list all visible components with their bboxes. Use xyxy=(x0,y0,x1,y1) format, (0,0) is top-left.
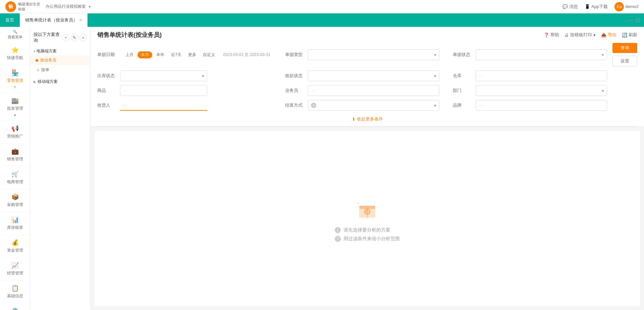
sidebar-item-system[interactable]: ⚙️ 系统管理 xyxy=(0,303,30,310)
sidebar-item-inventory[interactable]: 📊 库存核算 xyxy=(0,212,30,235)
consignee-field: 收货人 ··· xyxy=(97,100,272,111)
receipt-status-field: 收款状态 xyxy=(285,70,439,81)
settings-button[interactable]: 设置 xyxy=(612,56,637,66)
settlement-select[interactable]: × xyxy=(308,100,439,111)
doc-type-dropdown-icon xyxy=(434,52,436,57)
sidebar-item-operations[interactable]: 📈 经营管理 xyxy=(0,258,30,280)
collapse-conditions-button[interactable]: ⬆ 收起更多条件 xyxy=(352,116,383,122)
scheme-group-mobile-header[interactable]: ▶ 移动端方案 xyxy=(30,78,90,86)
brand-field: 品牌 ··· xyxy=(453,100,607,111)
sidebar-item-basics[interactable]: 📋 基础信息 xyxy=(0,280,30,303)
print-icon: 🖨 xyxy=(565,33,569,38)
scheme-edit-button[interactable]: ✎ xyxy=(71,34,78,41)
desktop-group-arrow-icon: ▾ xyxy=(34,49,35,53)
tab-maximize-icon[interactable]: ⊡ xyxy=(636,17,640,23)
sidebar-item-marketing[interactable]: 📢 营销推广 xyxy=(0,121,30,144)
warehouse-select[interactable]: ··· xyxy=(476,70,607,81)
tab-actions: — ⊡ xyxy=(628,17,644,23)
retail-arrow-icon: ▾ xyxy=(14,85,16,89)
query-row-4: 收货人 ··· 结算方式 × xyxy=(97,100,637,111)
doc-type-select[interactable] xyxy=(308,49,439,60)
goods-select[interactable]: ··· xyxy=(120,85,207,96)
top-bar: 畅 畅捷通好生意 标版 办公用品行业模拟账套 ▾ 💬 消息 📱 App下载 Ea… xyxy=(0,0,644,13)
out-status-field: 出库状态 xyxy=(97,70,272,81)
app-download-icon: 📱 xyxy=(585,4,590,9)
ecommerce-icon: 🛒 xyxy=(11,170,19,178)
right-content: 销售单统计表(按业务员) ❓ 帮助 🖨 按模板打印 ▾ xyxy=(91,27,644,310)
active-scheme-dot xyxy=(36,59,38,62)
brand-select[interactable]: ··· xyxy=(476,100,607,111)
scheme-group-desktop-header[interactable]: ▾ 电脑端方案 xyxy=(30,47,90,55)
svg-point-3 xyxy=(364,208,370,215)
scheme-panel: 按以下方案查询 + ✎ « ▾ 电脑端方案 按业务员 xyxy=(30,27,91,310)
receipt-status-select[interactable] xyxy=(308,70,439,81)
sidebar-item-finance[interactable]: 💰 资金管理 xyxy=(0,235,30,258)
receipt-status-dropdown-icon xyxy=(434,73,436,79)
sidebar-item-sales[interactable]: 💼 销售管理 xyxy=(0,144,30,166)
sidebar-item-retail[interactable]: 🏪 零售管理 ▾ xyxy=(0,65,30,93)
wholesale-icon: 🏬 xyxy=(11,97,19,104)
date-year-button[interactable]: 本年 xyxy=(154,51,167,58)
tab-sales-stat[interactable]: 销售单统计表（按业务员） × xyxy=(20,13,88,27)
doc-status-field: 单据状态 xyxy=(453,49,607,60)
top-bar-left: 畅 畅捷通好生意 标版 办公用品行业模拟账套 ▾ xyxy=(5,1,91,12)
query-row-3: 商品 ··· 业务员 ··· xyxy=(97,85,637,96)
avatar: Ea xyxy=(614,2,624,11)
consignee-input[interactable]: ··· xyxy=(120,100,207,111)
sidebar-item-shortcut[interactable]: ⭐ 快捷导航 xyxy=(0,42,30,65)
scheme-group-mobile: ▶ 移动端方案 xyxy=(30,76,90,87)
logo-icon: 畅 xyxy=(5,1,16,12)
help-button[interactable]: ❓ 帮助 xyxy=(544,32,559,38)
tab-bar: 首页 销售单统计表（按业务员） × — ⊡ xyxy=(0,13,644,27)
export-icon: 📤 xyxy=(601,33,606,38)
sidebar-item-wholesale[interactable]: 🏬 批发管理 ▴ xyxy=(0,93,30,121)
sidebar-item-ecommerce[interactable]: 🛒 电商管理 xyxy=(0,166,30,189)
sidebar-item-purchase[interactable]: 📦 采购管理 xyxy=(0,189,30,212)
tab-home[interactable]: 首页 xyxy=(0,13,20,27)
query-action-area: 查询 设置 xyxy=(607,43,637,66)
query-button[interactable]: 查询 xyxy=(612,43,637,53)
scheme-panel-header: 按以下方案查询 + ✎ « xyxy=(30,30,90,46)
empty-tip-1: 1 请先选择要分析的方案 xyxy=(335,227,400,233)
data-area: ✦ ✦ ✦ 1 请先选择要分析的方案 2 xyxy=(95,131,640,306)
empty-state: ✦ ✦ ✦ 1 请先选择要分析的方案 2 xyxy=(335,195,400,242)
date-7days-button[interactable]: 近7天 xyxy=(168,51,184,58)
date-custom-button[interactable]: 自定义 xyxy=(200,51,218,58)
logo-area: 畅 畅捷通好生意 标版 xyxy=(5,1,40,12)
export-button[interactable]: 📤 导出 xyxy=(601,32,616,38)
tab-minimize-icon[interactable]: — xyxy=(628,17,633,23)
salesperson-select[interactable]: ··· xyxy=(308,85,439,96)
settlement-clear-icon[interactable]: × xyxy=(311,103,316,108)
dept-select[interactable] xyxy=(476,85,607,96)
date-more-button[interactable]: 更多 xyxy=(185,51,199,58)
svg-text:✦: ✦ xyxy=(357,201,359,205)
warehouse-field: 仓库 ··· xyxy=(453,70,607,81)
page-title-row: 销售单统计表(按业务员) ❓ 帮助 🖨 按模板打印 ▾ xyxy=(97,31,637,39)
date-last-month-button[interactable]: 上月 xyxy=(123,51,136,58)
doc-type-field: 单据类型 xyxy=(285,49,439,60)
user-profile[interactable]: Ea demo2 xyxy=(614,2,639,11)
print-button[interactable]: 🖨 按模板打印 ▾ xyxy=(565,32,596,38)
main-body: 🔍 搜索菜单 ⭐ 快捷导航 🏪 零售管理 ▾ 🏬 批发管理 ▴ 📢 营销推广 xyxy=(0,27,644,310)
app-download-button[interactable]: 📱 App下载 xyxy=(585,4,608,10)
scheme-add-button[interactable]: + xyxy=(62,34,69,41)
message-icon: 💬 xyxy=(562,4,568,9)
sidebar: 🔍 搜索菜单 ⭐ 快捷导航 🏪 零售管理 ▾ 🏬 批发管理 ▴ 📢 营销推广 xyxy=(0,27,30,310)
logo-text: 畅捷通好生意 标版 xyxy=(18,2,40,11)
out-status-select[interactable] xyxy=(120,70,207,81)
help-icon: ❓ xyxy=(544,33,549,38)
app-title-dropdown-icon[interactable]: ▾ xyxy=(89,4,91,9)
tab-close-icon[interactable]: × xyxy=(79,18,82,22)
wholesale-arrow-icon: ▴ xyxy=(14,113,16,116)
scheme-item-by-order[interactable]: ≡ 按单 xyxy=(30,65,90,75)
scheme-collapse-button[interactable]: « xyxy=(79,34,87,41)
svg-point-4 xyxy=(366,210,367,211)
doc-status-select[interactable] xyxy=(476,49,607,60)
app-title: 办公用品行业模拟账套 xyxy=(46,4,86,9)
sidebar-search[interactable]: 🔍 搜索菜单 xyxy=(0,27,30,42)
doc-status-dropdown-icon xyxy=(602,52,604,57)
date-current-month-button[interactable]: 本月 xyxy=(138,51,152,58)
scheme-item-by-salesperson[interactable]: 按业务员 xyxy=(30,55,90,65)
refresh-button[interactable]: 🔄 刷新 xyxy=(622,32,637,38)
message-button[interactable]: 💬 消息 xyxy=(562,4,578,10)
